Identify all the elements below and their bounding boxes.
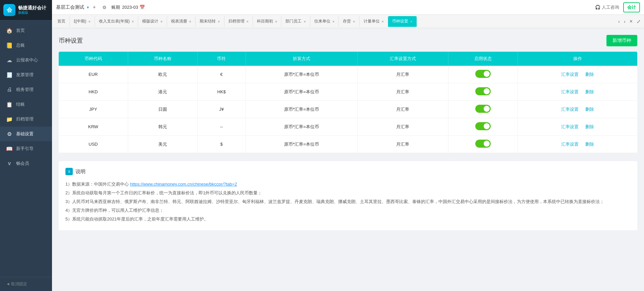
tab-mubansheji[interactable]: 模版设计 × [138,16,167,27]
delete-link-1[interactable]: 删除 [585,89,594,94]
tab-label-shouru: 收入支出表(年报) [99,18,130,24]
sidebar-item-reports[interactable]: ☁ 云报表中心 [0,53,52,67]
sidebar-item-ledger[interactable]: 📒 总账 [0,38,52,53]
tab-wanglaidanwei[interactable]: 往来单位 × [310,16,339,27]
settings-gear-icon[interactable]: ⚙ [102,5,107,10]
company-dropdown[interactable]: ▾ [87,5,89,10]
tab-close-jiliang[interactable]: × [382,19,384,23]
cell-name-2: 日圆 [128,101,197,118]
tab-close-wanglaidanwei[interactable]: × [332,19,334,23]
notes-list: 1）数据来源：中国外汇交易中心 https://www.chinamoney.c… [65,180,631,224]
sidebar-item-settings[interactable]: ⚙ 基础设置 [0,127,52,141]
sidebar-label-tax: 税务管理 [16,87,34,93]
sidebar-item-member[interactable]: V 畅会员 [0,156,52,171]
home-icon: 🏠 [6,27,13,34]
tab-close-mubansheji[interactable]: × [160,19,162,23]
col-header-status: 启用状态 [448,52,518,66]
tab-close-bumen[interactable]: × [304,19,306,23]
toggle-switch-4[interactable] [475,140,491,148]
cell-name-0: 欧元 [128,66,197,83]
guide-icon: 📖 [6,145,13,152]
tab-kemuqichu[interactable]: 科目期初 × [253,16,281,27]
toggle-switch-0[interactable] [475,70,491,78]
cell-rate-type-3: 月汇率 [358,118,448,136]
tab-close-cunkuo[interactable]: × [353,19,355,23]
invoice-icon: 🧾 [6,71,13,78]
tab-cunkuo[interactable]: 存货 × [339,16,359,27]
tab-zhongqi[interactable]: ξ(中期) × [70,16,95,27]
delete-link-4[interactable]: 删除 [585,142,594,147]
tab-close-shuibiao[interactable]: × [189,19,191,23]
notes-section: ≡ 说明 1）数据来源：中国外汇交易中心 https://www.chinamo… [59,161,637,230]
calendar-icon[interactable]: 📅 [140,5,145,10]
table-row: KRW 韩元 -- 原币*汇率=本位币 月汇率 汇率设置 删除 [59,118,637,136]
tab-jiliang[interactable]: 计量单位 × [360,16,388,27]
cell-rate-type-0: 月汇率 [358,66,448,83]
notes-link-0[interactable]: https://www.chinamoney.com.cn/chinese/bk… [130,182,237,187]
tab-close-qimo[interactable]: × [218,19,220,23]
sidebar-item-guide[interactable]: 📖 新手引导 [0,141,52,156]
logo-area: 会 畅捷通好会计 旗舰版 [0,0,52,20]
tab-shouru[interactable]: 收入支出表(年报) × [95,16,138,27]
notes-item: 4）无官方牌价的币种，可以用人工维护汇率信息； [65,206,631,215]
rate-setting-link-4[interactable]: 汇率设置 [561,142,579,147]
tab-expand-button[interactable]: ⤢ [635,19,643,24]
cell-code-1: HKD [59,83,128,101]
tab-label-cunkuo: 存货 [343,18,351,24]
rate-setting-link-3[interactable]: 汇率设置 [561,124,579,129]
tab-guidang[interactable]: 归档管理 × [224,16,253,27]
tab-next-button[interactable]: › [622,19,628,24]
tab-close-kemuqichu[interactable]: × [275,19,277,23]
tab-bumen[interactable]: 部门员工 × [281,16,310,27]
sidebar-label-ledger: 总账 [16,42,25,48]
delete-link-0[interactable]: 删除 [585,72,594,77]
delete-link-3[interactable]: 删除 [585,124,594,129]
sidebar-label-archive: 归档管理 [16,116,34,122]
cell-code-4: USD [59,136,128,153]
sidebar-item-archive[interactable]: 📁 归档管理 [0,112,52,127]
cell-method-3: 原币*汇率=本位币 [246,118,357,136]
sidebar-item-invoice[interactable]: 🧾 发票管理 [0,67,52,82]
table-row: JPY 日圆 J¥ 原币*汇率=本位币 月汇率 汇率设置 删除 [59,101,637,118]
col-header-code: 币种代码 [59,52,128,66]
tab-shuibiao[interactable]: 税表清册 × [167,16,196,27]
service-button[interactable]: 🎧 人工咨询 [595,4,619,10]
tab-close-bizhong[interactable]: × [410,19,412,23]
toggle-switch-2[interactable] [475,105,491,113]
archive-icon: 📁 [6,116,13,123]
settlement-icon: 📋 [6,101,13,108]
sidebar-item-settlement[interactable]: 📋 结账 [0,97,52,112]
rate-setting-link-1[interactable]: 汇率设置 [561,89,579,94]
toggle-switch-1[interactable] [475,87,491,95]
delete-link-2[interactable]: 删除 [585,107,594,112]
sidebar-item-tax[interactable]: 🖨 税务管理 [0,82,52,97]
sidebar-unpin-button[interactable]: ◄ 取消固定 [0,277,52,291]
sidebar-label-guide: 新手引导 [16,146,34,152]
add-tab-button[interactable]: ＋ [92,4,97,11]
cell-method-4: 原币*汇率=本位币 [246,136,357,153]
tab-close-zhongqi[interactable]: × [88,19,90,23]
new-currency-button[interactable]: 新增币种 [606,35,637,46]
toggle-switch-3[interactable] [475,122,491,130]
topbar: 基层工会测试 ▾ ＋ ⚙ 账期 2023-03 📅 🎧 人工咨询 会计 [52,0,644,15]
tab-close-guidang[interactable]: × [247,19,249,23]
sidebar-item-home[interactable]: 🏠 首页 [0,23,52,38]
kuaiji-button[interactable]: 会计 [623,2,640,12]
table-row: USD 美元 $ 原币*汇率=本位币 月汇率 汇率设置 删除 [59,136,637,153]
cell-name-1: 港元 [128,83,197,101]
rate-setting-link-0[interactable]: 汇率设置 [561,72,579,77]
sidebar-nav: 🏠 首页 📒 总账 ☁ 云报表中心 🧾 发票管理 🖨 税务管理 📋 结账 📁 归… [0,20,52,277]
rate-setting-link-2[interactable]: 汇率设置 [561,107,579,112]
tab-close-shouru[interactable]: × [132,19,134,23]
tab-bizhong[interactable]: 币种设置 × [388,16,417,27]
tab-close-all-button[interactable]: × [628,18,635,25]
tax-icon: 🖨 [6,86,13,93]
notes-title-bar: ≡ 说明 [65,168,631,175]
tab-qimo[interactable]: 期末结转 × [196,16,224,27]
tab-home[interactable]: 首页 [53,16,70,27]
tabbar: 首页 ξ(中期) × 收入支出表(年报) × 模版设计 × 税表清册 × 期末结… [52,15,644,28]
notes-item: 3）人民币对马来西亚林吉特、俄罗斯卢布、南非兰特、韩元、阿联酋迪拉姆、沙特里亚尔… [65,197,631,206]
tab-prev-button[interactable]: ‹ [616,19,622,24]
tab-label-guidang: 归档管理 [228,18,245,24]
cell-action-3: 汇率设置 删除 [518,118,637,136]
